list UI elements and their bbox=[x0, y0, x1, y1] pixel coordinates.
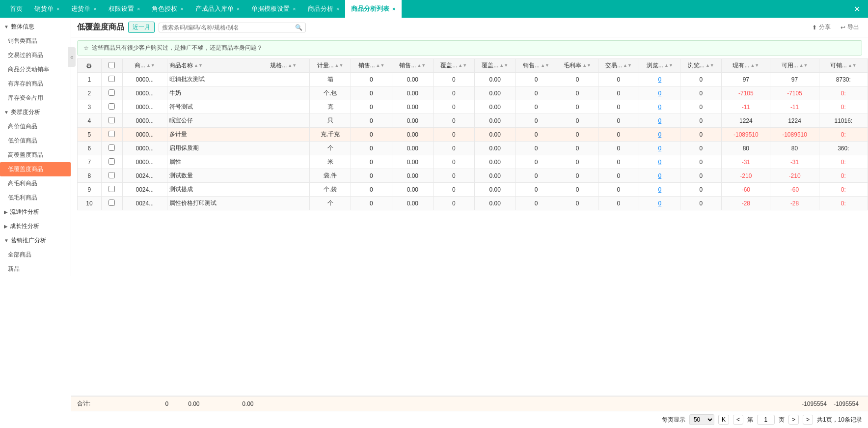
sidebar-section-growth[interactable]: ▶ 成长性分析 bbox=[0, 219, 71, 233]
th-avail[interactable]: 可销... ▲▼ bbox=[819, 59, 868, 73]
sidebar-item-low-coverage[interactable]: 低覆盖度商品 bbox=[0, 162, 71, 176]
nav-item-permission[interactable]: 权限设置 × bbox=[103, 0, 146, 18]
sidebar-item-high-margin[interactable]: 高毛利商品 bbox=[0, 176, 71, 191]
sidebar-collapse-button[interactable]: « bbox=[68, 47, 76, 67]
next-page-button[interactable]: > bbox=[788, 415, 799, 425]
th-margin[interactable]: 毛利率 ▲▼ bbox=[557, 59, 598, 73]
row-browse1[interactable]: 0 bbox=[639, 73, 680, 86]
sidebar-item-high-value[interactable]: 高价值商品 bbox=[0, 119, 71, 134]
close-icon[interactable]: × bbox=[93, 6, 96, 12]
browse-link[interactable]: 0 bbox=[658, 172, 662, 179]
row-checkbox-cell[interactable] bbox=[101, 183, 122, 197]
browse-link[interactable]: 0 bbox=[658, 131, 662, 138]
nav-item-role[interactable]: 角色授权 × bbox=[146, 0, 189, 18]
sidebar-item-sales-goods[interactable]: 销售类商品 bbox=[0, 34, 71, 48]
sidebar-item-stocked-goods[interactable]: 有库存的商品 bbox=[0, 77, 71, 91]
nav-item-analysis[interactable]: 商品分析 × bbox=[302, 0, 345, 18]
row-browse1[interactable]: 0 bbox=[639, 100, 680, 114]
close-icon[interactable]: × bbox=[392, 6, 395, 12]
nav-item-purchase[interactable]: 进货单 × bbox=[65, 0, 102, 18]
sidebar-item-all-goods[interactable]: 全部商品 bbox=[0, 248, 71, 262]
browse-link[interactable]: 0 bbox=[658, 159, 662, 166]
nav-item-analysis-list[interactable]: 商品分析列表 × bbox=[345, 0, 401, 18]
close-icon[interactable]: × bbox=[293, 6, 296, 12]
first-page-button[interactable]: K bbox=[718, 415, 729, 425]
th-name[interactable]: 商品名称 ▲▼ bbox=[167, 59, 257, 73]
browse-link[interactable]: 0 bbox=[658, 104, 662, 111]
row-checkbox-cell[interactable] bbox=[101, 197, 122, 210]
row-checkbox[interactable] bbox=[108, 158, 115, 165]
row-checkbox-cell[interactable] bbox=[101, 100, 122, 114]
sidebar-item-high-coverage[interactable]: 高覆盖度商品 bbox=[0, 148, 71, 162]
th-spec[interactable]: 规格... ▲▼ bbox=[257, 59, 310, 73]
row-checkbox[interactable] bbox=[108, 103, 115, 110]
th-trans[interactable]: 交易... ▲▼ bbox=[598, 59, 639, 73]
nav-item-sales[interactable]: 销货单 × bbox=[28, 0, 65, 18]
row-checkbox[interactable] bbox=[108, 144, 115, 151]
row-checkbox-cell[interactable] bbox=[101, 86, 122, 100]
th-browse1[interactable]: 浏览... ▲▼ bbox=[639, 59, 680, 73]
row-checkbox-cell[interactable] bbox=[101, 114, 122, 128]
browse-link[interactable]: 0 bbox=[658, 117, 662, 124]
row-checkbox-cell[interactable] bbox=[101, 128, 122, 142]
th-unit[interactable]: 计量... ▲▼ bbox=[310, 59, 351, 73]
browse-link[interactable]: 0 bbox=[658, 200, 662, 207]
row-checkbox[interactable] bbox=[108, 117, 115, 123]
row-checkbox-cell[interactable] bbox=[101, 142, 122, 155]
page-size-select[interactable]: 50 100 200 bbox=[689, 414, 714, 425]
window-close-button[interactable]: ✕ bbox=[850, 4, 864, 14]
th-settings[interactable]: ⚙ bbox=[78, 59, 102, 73]
browse-link[interactable]: 0 bbox=[658, 90, 662, 97]
row-checkbox-cell[interactable] bbox=[101, 155, 122, 169]
th-cover2[interactable]: 覆盖... ▲▼ bbox=[474, 59, 515, 73]
th-browse2[interactable]: 浏览... ▲▼ bbox=[680, 59, 722, 73]
page-number-input[interactable] bbox=[757, 415, 775, 425]
th-stock1[interactable]: 现有... ▲▼ bbox=[722, 59, 770, 73]
row-browse1[interactable]: 0 bbox=[639, 128, 680, 142]
close-icon[interactable]: × bbox=[237, 6, 240, 12]
last-page-button[interactable]: > bbox=[803, 415, 813, 425]
th-code[interactable]: 商... ▲▼ bbox=[122, 59, 167, 73]
sidebar-item-capital[interactable]: 库存资金占用 bbox=[0, 91, 71, 105]
search-icon[interactable]: 🔍 bbox=[295, 24, 302, 31]
sidebar-section-marketing[interactable]: ▼ 营销推广分析 bbox=[0, 233, 71, 248]
browse-link[interactable]: 0 bbox=[658, 76, 662, 83]
nav-item-template[interactable]: 单据模板设置 × bbox=[245, 0, 301, 18]
close-icon[interactable]: × bbox=[180, 6, 183, 12]
sidebar-item-traded-goods[interactable]: 交易过的商品 bbox=[0, 48, 71, 62]
close-icon[interactable]: × bbox=[56, 6, 59, 12]
th-sales3[interactable]: 销售... ▲▼ bbox=[515, 59, 557, 73]
th-stock2[interactable]: 可用... ▲▼ bbox=[770, 59, 819, 73]
row-browse1[interactable]: 0 bbox=[639, 86, 680, 100]
prev-page-button[interactable]: < bbox=[733, 415, 743, 425]
row-browse1[interactable]: 0 bbox=[639, 183, 680, 197]
browse-link[interactable]: 0 bbox=[658, 145, 662, 152]
th-cover1[interactable]: 覆盖... ▲▼ bbox=[433, 59, 474, 73]
th-checkbox[interactable] bbox=[101, 59, 122, 73]
sidebar-item-new-goods[interactable]: 新品 bbox=[0, 262, 71, 276]
search-input[interactable] bbox=[162, 24, 293, 31]
row-browse1[interactable]: 0 bbox=[639, 114, 680, 128]
row-checkbox[interactable] bbox=[108, 172, 115, 178]
sidebar-item-low-value[interactable]: 低价值商品 bbox=[0, 134, 71, 148]
row-checkbox-cell[interactable] bbox=[101, 169, 122, 183]
nav-item-product[interactable]: 产成品入库单 × bbox=[190, 0, 245, 18]
close-icon[interactable]: × bbox=[137, 6, 140, 12]
row-checkbox[interactable] bbox=[108, 76, 115, 82]
th-sales1[interactable]: 销售... ▲▼ bbox=[351, 59, 392, 73]
sidebar-item-category-rate[interactable]: 商品分类动销率 bbox=[0, 62, 71, 77]
sidebar-section-cluster[interactable]: ▼ 类群度分析 bbox=[0, 105, 71, 119]
row-browse1[interactable]: 0 bbox=[639, 169, 680, 183]
row-checkbox[interactable] bbox=[108, 89, 115, 96]
th-sales2[interactable]: 销售... ▲▼ bbox=[392, 59, 433, 73]
row-checkbox-cell[interactable] bbox=[101, 73, 122, 86]
date-filter-button[interactable]: 近一月 bbox=[128, 22, 155, 33]
share-button[interactable]: ⬆ 分享 bbox=[809, 22, 834, 32]
row-checkbox[interactable] bbox=[108, 200, 115, 206]
row-browse1[interactable]: 0 bbox=[639, 142, 680, 155]
row-browse1[interactable]: 0 bbox=[639, 197, 680, 210]
export-button[interactable]: ↩ 导出 bbox=[838, 22, 862, 32]
row-checkbox[interactable] bbox=[108, 186, 115, 192]
sidebar-section-circulation[interactable]: ▶ 流通性分析 bbox=[0, 205, 71, 219]
select-all-checkbox[interactable] bbox=[108, 62, 115, 68]
